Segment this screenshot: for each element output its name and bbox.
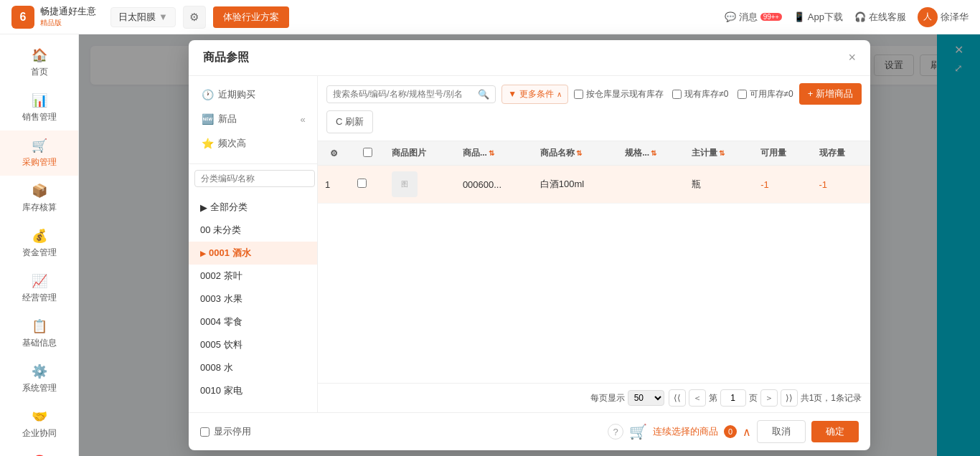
logo-text: 畅捷通好生意 <box>40 6 96 18</box>
product-search-input[interactable] <box>333 89 473 99</box>
clock-icon: 🕐 <box>202 89 214 100</box>
col-select-all[interactable] <box>350 141 385 166</box>
sidebar-item-system[interactable]: ⚙️ 系统管理 <box>0 356 78 402</box>
filter-button[interactable]: ▼ 更多条件 ∧ <box>501 85 568 104</box>
col-spec-header[interactable]: 规格... ⇅ <box>618 141 684 166</box>
recent-purchase-item[interactable]: 🕐 近期购买 <box>194 83 294 106</box>
page-label: 第 <box>709 392 717 404</box>
col-code-header[interactable]: 商品... ⇅ <box>456 141 533 166</box>
search-icon[interactable]: 🔍 <box>478 89 489 100</box>
sidebar-purchase-label: 采购管理 <box>22 156 57 168</box>
checkbox-warehouse-stock[interactable]: 按仓库显示现有库存 <box>574 88 664 100</box>
sidebar-item-business[interactable]: 📈 经营管理 <box>0 266 78 311</box>
business-icon: 📈 <box>32 273 47 289</box>
sidebar-business-label: 经营管理 <box>22 292 57 304</box>
sidebar-inventory-label: 库存核算 <box>22 201 57 214</box>
sidebar-item-inventory[interactable]: 📦 库存核算 <box>0 176 78 221</box>
warehouse-stock-checkbox[interactable] <box>574 90 583 99</box>
online-service-item[interactable]: 🎧 在线客服 <box>854 11 906 24</box>
category-search-input[interactable] <box>194 170 315 187</box>
prev-page-button[interactable]: ＜ <box>689 389 706 407</box>
checkbox-available-stock[interactable]: 现有库存≠0 <box>672 88 728 100</box>
checkbox-usable-stock[interactable]: 可用库存≠0 <box>738 88 793 100</box>
frequent-item[interactable]: ⭐ 频次高 <box>194 132 294 155</box>
logo-sub: 精品版 <box>40 18 96 28</box>
category-0005[interactable]: 0005 饮料 <box>189 333 317 356</box>
sidebar-item-collab[interactable]: 🤝 企业协同 <box>0 402 78 447</box>
sidebar-item-sales[interactable]: 📊 销售管理 <box>0 85 78 130</box>
finance-icon: 💰 <box>32 228 47 244</box>
col-name-header[interactable]: 商品名称 ⇅ <box>533 141 618 166</box>
cat-0002-label: 0002 茶叶 <box>200 270 242 282</box>
logo-text-area: 畅捷通好生意 精品版 <box>40 6 96 28</box>
app-download-item[interactable]: 📱 App下载 <box>793 11 843 24</box>
category-0004[interactable]: 0004 零食 <box>189 310 317 333</box>
left-panel: 🕐 近期购买 🆕 新品 ⭐ 频次高 <box>189 76 318 412</box>
all-category-label: 全部分类 <box>210 201 248 214</box>
collapse-panel-button[interactable]: « <box>294 110 311 128</box>
sidebar-item-finance[interactable]: 💰 资金管理 <box>0 221 78 266</box>
sales-icon: 📊 <box>32 92 47 108</box>
category-00[interactable]: 00 未分类 <box>189 219 317 242</box>
sidebar-item-purchase[interactable]: 🛒 采购管理 <box>0 130 78 176</box>
new-product-item[interactable]: 🆕 新品 <box>194 108 294 130</box>
category-0010[interactable]: 0010 家电 <box>189 379 317 402</box>
next-page-button[interactable]: ＞ <box>760 389 778 407</box>
row-name-cell: 白酒100ml <box>533 166 618 204</box>
table-row[interactable]: 1 图 000600... 白酒100ml 瓶 <box>318 166 870 204</box>
current-stock-checkbox[interactable] <box>672 90 682 99</box>
col-unit-header[interactable]: 主计量 ⇅ <box>684 141 753 166</box>
add-product-button[interactable]: + 新增商品 <box>799 83 862 105</box>
experience-button[interactable]: 体验行业方案 <box>213 6 289 28</box>
row-checkbox-cell[interactable] <box>350 166 385 204</box>
user-profile-item[interactable]: 人 徐泽华 <box>918 7 969 27</box>
main-layout: 🏠 首页 📊 销售管理 🛒 采购管理 📦 库存核算 💰 资金管理 📈 经营管理 … <box>0 34 980 456</box>
select-all-checkbox[interactable] <box>363 148 372 157</box>
category-0001[interactable]: ▶ 0001 酒水 <box>189 242 317 265</box>
nav-right: 💬 消息 99++ 📱 App下载 🎧 在线客服 人 徐泽华 <box>725 7 969 27</box>
per-page-select[interactable]: 20 50 100 <box>628 390 664 406</box>
footer-collapse-icon[interactable]: ∧ <box>743 425 751 439</box>
product-search-box: 🔍 <box>326 85 496 103</box>
show-disabled-checkbox[interactable] <box>200 427 209 437</box>
col-settings[interactable]: ⚙ <box>318 141 350 166</box>
sidebar-item-guide[interactable]: 🎯 新手引导 <box>0 447 78 456</box>
last-page-button[interactable]: ⟩⟩ <box>781 389 798 407</box>
category-0008[interactable]: 0008 水 <box>189 356 317 379</box>
filter-label: 更多条件 <box>519 88 554 100</box>
unit-sort-icon: ⇅ <box>719 149 725 157</box>
category-search: 🔍 <box>189 164 317 193</box>
category-all[interactable]: ▶ 全部分类 <box>189 196 317 219</box>
row-unit-cell: 瓶 <box>684 166 753 204</box>
confirm-button[interactable]: 确定 <box>811 421 859 442</box>
cancel-button[interactable]: 取消 <box>757 420 806 443</box>
first-page-button[interactable]: ⟨⟨ <box>669 389 686 407</box>
row-stock-cell: -1 <box>812 166 870 204</box>
gear-button[interactable]: ⚙ <box>183 6 206 29</box>
recent-purchase-label: 近期购买 <box>218 88 255 101</box>
spec-sort-icon: ⇅ <box>651 149 656 157</box>
name-sort-icon: ⇅ <box>576 149 582 157</box>
sidebar: 🏠 首页 📊 销售管理 🛒 采购管理 📦 库存核算 💰 资金管理 📈 经营管理 … <box>0 34 79 456</box>
online-service-label: 在线客服 <box>869 11 906 24</box>
messages-nav-item[interactable]: 💬 消息 99++ <box>725 11 782 24</box>
row-checkbox[interactable] <box>357 179 367 188</box>
sidebar-finance-label: 资金管理 <box>22 247 57 259</box>
home-icon: 🏠 <box>32 47 47 63</box>
current-stock-label: 现有库存≠0 <box>684 88 728 100</box>
page-number-input[interactable] <box>720 389 746 407</box>
message-label: 消息 <box>739 11 758 24</box>
warehouse-stock-label: 按仓库显示现有库存 <box>586 88 664 100</box>
category-0003[interactable]: 0003 水果 <box>189 288 317 310</box>
modal-close-button[interactable]: × <box>848 50 856 65</box>
usable-stock-checkbox[interactable] <box>738 90 747 99</box>
sidebar-item-home[interactable]: 🏠 首页 <box>0 40 78 85</box>
left-panel-nav: 🕐 近期购买 🆕 新品 ⭐ 频次高 <box>189 83 317 164</box>
store-selector[interactable]: 日太阳膜 ▼ <box>110 7 176 27</box>
help-icon[interactable]: ? <box>608 424 623 440</box>
sidebar-item-basics[interactable]: 📋 基础信息 <box>0 311 78 356</box>
sidebar-sales-label: 销售管理 <box>22 111 57 123</box>
logo-area: 6 畅捷通好生意 精品版 <box>11 6 96 29</box>
category-0002[interactable]: 0002 茶叶 <box>189 265 317 288</box>
refresh-button[interactable]: C 刷新 <box>326 110 373 133</box>
